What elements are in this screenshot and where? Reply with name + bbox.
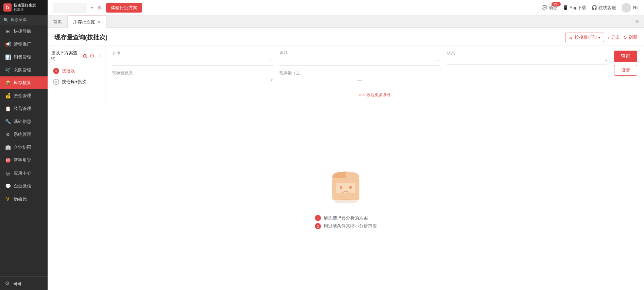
scheme-settings-icon[interactable]: ⊙: [90, 52, 94, 60]
stock-status-select[interactable]: 全部 有库存 零库存: [112, 77, 271, 83]
quick-nav-icon: ⊞: [5, 29, 11, 34]
sidebar-item-label: 新手引导: [14, 157, 31, 163]
settings-button[interactable]: 设置: [614, 65, 637, 76]
empty-step-1: 1 请先选择要分析的方案: [315, 215, 377, 221]
refresh-label: 刷新: [628, 34, 637, 40]
app-logo: b: [3, 3, 12, 12]
sidebar-header: b 畅康通好生意 标准版: [0, 0, 48, 15]
collapse-up-icon: ∧∧: [358, 92, 365, 97]
close-panel-button[interactable]: ✕: [630, 18, 644, 25]
tab-close-icon[interactable]: ✕: [97, 20, 101, 24]
tab-inventory-batch-label: 库存批次账: [73, 19, 95, 25]
empty-illustration: [325, 166, 366, 207]
topbar-dropdown-icon[interactable]: ▾: [91, 5, 93, 10]
scheme-panel: 按以下方案查询 ⊕ ⊙ 《 ● 按批次 ○ 按仓库+批次: [48, 46, 105, 105]
app-download-button[interactable]: 📱 App下载: [563, 5, 586, 11]
filter-area: 按以下方案查询 ⊕ ⊙ 《 ● 按批次 ○ 按仓库+批次: [48, 46, 644, 105]
sidebar-item-label: 企业微信: [14, 183, 31, 189]
warehouse-input-wrap: ···: [112, 58, 273, 66]
sidebar-item-label: 企业协同: [14, 144, 31, 150]
purchase-icon: 🛒: [5, 67, 11, 73]
export-label: 导出: [611, 34, 620, 40]
sidebar-item-inventory[interactable]: 📦 库存核算: [0, 76, 48, 89]
sidebar-item-label: 经营管理: [14, 106, 31, 112]
sidebar-item-label: 采购管理: [14, 67, 31, 73]
product-input-wrap: ···: [279, 58, 440, 66]
product-dots[interactable]: ···: [436, 58, 440, 64]
empty-state: 1 请先选择要分析的方案 2 用过滤条件来缩小分析范围: [48, 105, 644, 290]
add-scheme-icon[interactable]: ⊕: [83, 52, 88, 60]
scheme-item-by-warehouse-batch[interactable]: ○ 按仓库+批次: [51, 76, 102, 87]
sidebar-item-purchase[interactable]: 🛒 采购管理: [0, 64, 48, 76]
app-title: 畅康通好生意: [14, 3, 36, 7]
refresh-icon: ↻: [623, 35, 627, 40]
export-icon: ↑: [608, 35, 610, 40]
system-icon: ⚙: [5, 132, 11, 137]
sidebar-search-label: 搜索菜单: [11, 17, 27, 23]
svg-point-4: [334, 199, 358, 203]
scheme-item-by-batch[interactable]: ● 按批次: [51, 66, 102, 76]
stock-qty-from-input[interactable]: [279, 77, 355, 83]
sidebar-item-label: 营销推广: [14, 41, 31, 47]
sidebar-item-base[interactable]: 🔧 基础信息: [0, 115, 48, 128]
sidebar-item-label: 资金管理: [14, 93, 31, 99]
status-label: 状态: [447, 51, 607, 56]
status-select[interactable]: 全部 正常 停用: [447, 58, 605, 63]
sidebar-item-operation[interactable]: 📋 经营管理: [0, 102, 48, 115]
stock-qty-label: 现存量（主）: [279, 70, 440, 76]
refresh-button[interactable]: ↻ 刷新: [623, 34, 637, 40]
filter-row-2: 现存量状态 全部 有库存 零库存 ▾: [112, 70, 607, 84]
product-input[interactable]: [279, 58, 436, 64]
sidebar-item-enterprise[interactable]: 🏢 企业协同: [0, 141, 48, 154]
range-dash: —: [358, 77, 362, 83]
sidebar-item-quick-nav[interactable]: ⊞ 快捷导航: [0, 25, 48, 38]
topbar-gear-icon[interactable]: ⚙: [97, 4, 102, 11]
print-button[interactable]: 🖨 按模板打印 ▾: [565, 33, 604, 42]
step-num-1: 1: [315, 215, 321, 221]
collapse-sidebar-icon[interactable]: ◀◀: [13, 280, 21, 287]
message-button[interactable]: 💬 消息 99+: [542, 5, 557, 11]
app-subtitle: 标准版: [14, 7, 36, 12]
sidebar-item-system[interactable]: ⚙ 系统管理: [0, 128, 48, 141]
svg-point-2: [340, 186, 342, 189]
scheme-item-label: 按批次: [62, 68, 75, 74]
collapse-row[interactable]: ∧∧ 收起更多条件: [112, 89, 637, 101]
user-menu[interactable]: Rit: [622, 3, 639, 13]
topbar: ▾ ⚙ 体验行业方案 💬 消息 99+ 📱 App下载 🎧 在线客服 Rit: [48, 0, 644, 16]
tabs-bar: 首页 库存批次账 ✕ ✕: [48, 16, 644, 28]
sidebar-item-member[interactable]: V 畅会员: [0, 193, 48, 205]
tab-home[interactable]: 首页: [48, 16, 68, 28]
topbar-right: 💬 消息 99+ 📱 App下载 🎧 在线客服 Rit: [542, 3, 639, 13]
scheme-title: 按以下方案查询 ⊕ ⊙ 《: [51, 50, 102, 62]
sidebar-item-finance[interactable]: 💰 资金管理: [0, 89, 48, 102]
sidebar-item-label: 基础信息: [14, 119, 31, 125]
stock-status-arrow-icon: ▾: [271, 78, 273, 83]
stock-qty-field: 现存量（主） —: [279, 70, 440, 84]
warehouse-dots[interactable]: ···: [268, 58, 273, 64]
sidebar-item-label: 系统管理: [14, 131, 31, 138]
scheme-item-label: 按仓库+批次: [62, 79, 87, 85]
sidebar-item-marketing[interactable]: 📢 营销推广: [0, 38, 48, 51]
exp-industry-button[interactable]: 体验行业方案: [106, 3, 142, 13]
app-download-icon: 📱: [563, 5, 568, 10]
stock-qty-to-input[interactable]: [365, 77, 440, 83]
warehouse-input[interactable]: [112, 58, 268, 64]
tab-inventory-batch[interactable]: 库存批次账 ✕: [68, 16, 106, 28]
sidebar-nav: ⊞ 快捷导航 📢 营销推广 📊 销售管理 🛒 采购管理 📦 库存核算 💰 资金管…: [0, 25, 48, 276]
topbar-search-input[interactable]: [53, 3, 87, 13]
sidebar-item-sales[interactable]: 📊 销售管理: [0, 51, 48, 64]
sidebar-item-appstore[interactable]: ◎ 应用中心: [0, 167, 48, 180]
product-label: 商品: [279, 51, 440, 56]
online-service-button[interactable]: 🎧 在线客服: [592, 5, 616, 11]
sales-icon: 📊: [5, 54, 11, 60]
settings-icon[interactable]: ⚙: [5, 280, 10, 287]
scheme-actions: ⊕ ⊙: [83, 52, 94, 60]
print-dropdown-icon[interactable]: ▾: [598, 35, 600, 40]
enterprise-icon: 🏢: [5, 145, 11, 150]
sidebar-item-guide[interactable]: 🎯 新手引导: [0, 154, 48, 167]
export-button[interactable]: ↑ 导出: [608, 34, 620, 40]
sidebar-item-wechat[interactable]: 💬 企业微信: [0, 180, 48, 193]
scheme-collapse-icon[interactable]: 《: [97, 53, 102, 59]
sidebar-search[interactable]: 🔍 搜索菜单: [0, 15, 48, 25]
query-button[interactable]: 查询: [614, 51, 637, 62]
